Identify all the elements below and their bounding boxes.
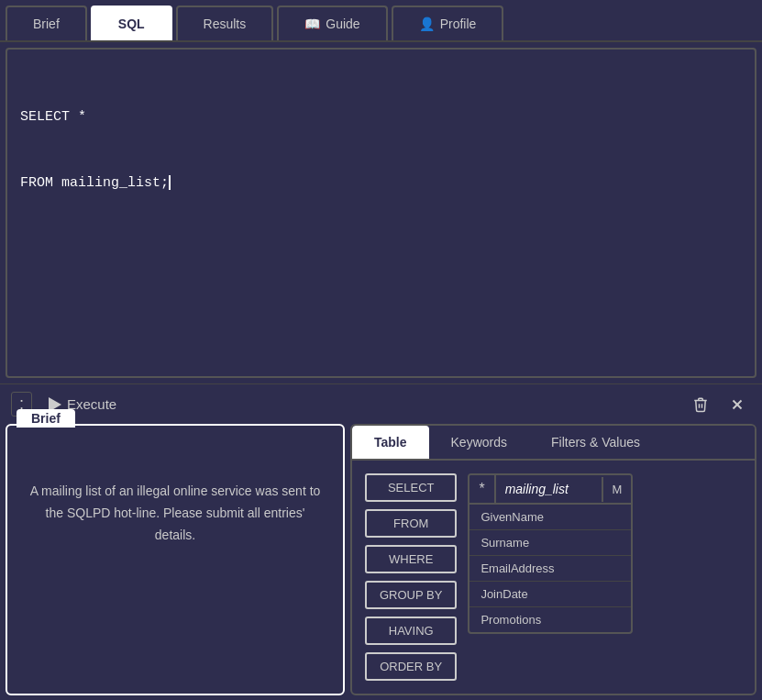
brief-content: A mailing list of an illegal online serv… [7,426,343,564]
table-star[interactable]: * [469,475,495,503]
kw-groupby-btn[interactable]: GROUP BY [365,581,457,609]
cursor [169,175,171,190]
editor-content[interactable]: SELECT * FROM mailing_list; [20,62,742,239]
execute-label: Execute [67,396,116,412]
editor-line2: FROM mailing_list; [20,172,742,194]
right-tabs: Table Keywords Filters & Values [352,426,755,461]
right-tab-table-label: Table [374,435,407,450]
table-field-surname[interactable]: Surname [469,530,631,556]
sql-editor[interactable]: SELECT * FROM mailing_list; [6,48,756,378]
trash-icon [692,396,709,413]
table-name-cell: mailing_list [496,476,602,502]
kw-from-btn[interactable]: FROM [365,509,457,538]
kw-select-btn[interactable]: SELECT [365,473,457,502]
kw-orderby-btn[interactable]: ORDER BY [365,652,457,681]
guide-icon: 📖 [304,17,320,31]
close-button[interactable] [723,393,751,417]
tab-profile[interactable]: 👤 Profile [392,6,504,40]
keywords-column: SELECT FROM WHERE GROUP BY HAVING ORDER … [365,473,457,681]
bottom-section: Brief A mailing list of an illegal onlin… [0,424,762,700]
tab-guide-label: Guide [326,17,359,31]
toolbar-right [687,393,751,417]
right-tab-filters[interactable]: Filters & Values [529,426,662,459]
delete-button[interactable] [687,393,714,417]
right-tab-table[interactable]: Table [352,426,429,459]
tab-results[interactable]: Results [176,6,274,40]
tab-results-label: Results [204,17,247,31]
tabs-bar: Brief SQL Results 📖 Guide 👤 Profile [0,0,762,42]
right-tab-keywords[interactable]: Keywords [429,426,529,459]
profile-icon: 👤 [419,17,435,31]
toolbar: ; Execute [0,383,762,424]
table-tab-content: SELECT FROM WHERE GROUP BY HAVING ORDER … [352,461,755,694]
table-widget: * mailing_list M GivenName Surname Email… [468,473,633,634]
table-field-givenname[interactable]: GivenName [469,505,631,530]
table-header-row: * mailing_list M [469,475,631,505]
close-icon [729,396,745,413]
brief-panel: Brief A mailing list of an illegal onlin… [6,424,345,695]
right-tab-keywords-label: Keywords [451,435,507,450]
editor-line1: SELECT * [20,106,742,128]
right-tab-filters-label: Filters & Values [551,435,640,450]
table-field-joindate[interactable]: JoinDate [469,582,631,607]
tab-sql-label: SQL [118,17,145,31]
tab-profile-label: Profile [440,17,477,31]
table-field-promotions[interactable]: Promotions [469,607,631,632]
tab-brief[interactable]: Brief [6,6,87,40]
tab-brief-label: Brief [33,17,60,31]
tab-sql[interactable]: SQL [91,6,172,40]
kw-where-btn[interactable]: WHERE [365,545,457,573]
brief-tab-label: Brief [17,409,75,428]
table-field-emailaddress[interactable]: EmailAddress [469,556,631,582]
right-panel: Table Keywords Filters & Values SELECT F… [350,424,756,695]
tab-guide[interactable]: 📖 Guide [277,6,387,40]
kw-having-btn[interactable]: HAVING [365,617,457,645]
table-m-cell: M [602,477,632,502]
